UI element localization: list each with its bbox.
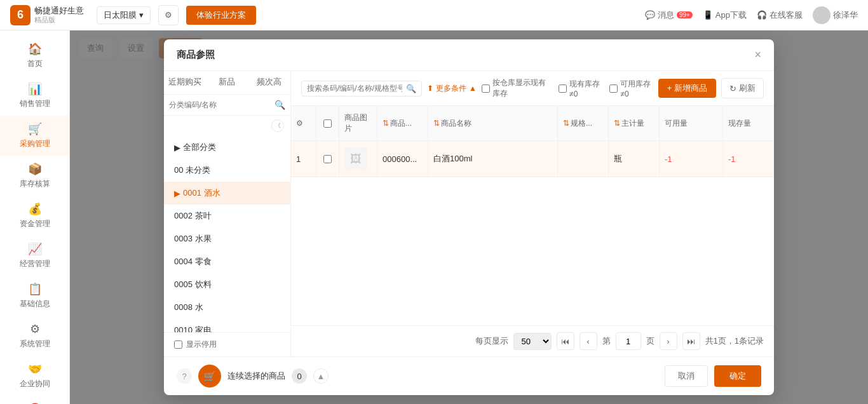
online-service-button[interactable]: 🎧 在线客服 [757, 10, 803, 21]
sidebar-item-system[interactable]: ⚙ 系统管理 [0, 316, 69, 356]
available-checkbox[interactable] [559, 84, 567, 93]
user-profile[interactable]: 徐泽华 [813, 6, 858, 24]
tab-frequent[interactable]: 频次高 [248, 71, 290, 94]
system-icon: ⚙ [30, 322, 40, 336]
category-item-water[interactable]: 0008 水 [164, 296, 290, 319]
category-item-all[interactable]: ▶ 全部分类 [164, 136, 290, 159]
table-row[interactable]: 1 🖼 000600... [291, 141, 774, 177]
th-spec[interactable]: ⇅ 规格... [558, 106, 609, 140]
sidebar-item-sales[interactable]: 📊 销售管理 [0, 76, 69, 116]
app-icon: 📱 [703, 10, 713, 20]
finance-icon: 💰 [28, 202, 42, 216]
footer-collapse-button[interactable]: ▲ [313, 368, 329, 384]
th-code[interactable]: ⇅ 商品... [377, 106, 428, 140]
per-page-select[interactable]: 50 10 20 100 [513, 333, 552, 350]
sort-icon-spec: ⇅ [563, 119, 569, 128]
nav-selector[interactable]: 日太阳膜 ▾ [97, 6, 151, 24]
sidebar-item-finance[interactable]: 💰 资金管理 [0, 196, 69, 236]
message-button[interactable]: 💬 消息 99+ [645, 10, 693, 21]
td-checkbox[interactable] [316, 141, 339, 177]
tab-recent-purchase[interactable]: 近期购买 [164, 71, 206, 94]
sidebar-item-enterprise[interactable]: 🤝 企业协同 [0, 356, 69, 396]
checkbox-group: 按仓库显示现有库存 现有库存≠0 可用库存≠0 [482, 77, 653, 99]
th-unit[interactable]: ⇅ 主计量 [609, 106, 660, 140]
cart-icon: 🛒 [203, 370, 216, 382]
category-item-uncategorized[interactable]: 00 未分类 [164, 159, 290, 182]
sidebar-item-inventory[interactable]: 📦 库存核算 [0, 156, 69, 196]
cancel-button[interactable]: 取消 [665, 365, 708, 387]
page-number-input[interactable] [616, 332, 641, 350]
available-checkbox-label[interactable]: 现有库存≠0 [559, 79, 602, 98]
inventory-icon: 📦 [28, 162, 42, 176]
confirm-button[interactable]: 确定 [714, 365, 761, 387]
topbar: 6 畅捷通好生意 精品版 日太阳膜 ▾ ⚙ 体验行业方案 💬 消息 99+ 📱 … [0, 0, 868, 30]
message-icon: 💬 [645, 10, 655, 20]
prev-page-button[interactable]: ‹ [580, 332, 597, 350]
search-input-wrap: 🔍 [301, 81, 422, 97]
td-index: 1 [291, 141, 316, 177]
filter-icon: ⬆ [427, 84, 433, 93]
experience-button[interactable]: 体验行业方案 [186, 6, 256, 25]
category-item-liquor[interactable]: ▶ 0001 酒水 [164, 182, 290, 205]
usable-checkbox-label[interactable]: 可用库存≠0 [609, 79, 653, 98]
search-icon[interactable]: 🔍 [406, 84, 416, 93]
show-disabled-checkbox[interactable] [174, 340, 182, 349]
table-header: ⚙ 商品图片 ⇅ 商品... [291, 106, 774, 141]
operation-icon: 📈 [28, 242, 42, 256]
avatar [813, 6, 831, 24]
sidebar-item-basic[interactable]: 📋 基础信息 [0, 276, 69, 316]
search-bar: 🔍 ⬆ 更多条件 ▲ 按仓库显示现有库存 [291, 71, 774, 106]
next-page-button[interactable]: › [660, 332, 677, 350]
main-content: 查询 设置 C 刷新 商品参照 × 近期购买 [70, 30, 868, 404]
message-badge: 99+ [677, 11, 693, 18]
category-item-tea[interactable]: 0002 茶叶 [164, 205, 290, 227]
sidebar: 🏠 首页 📊 销售管理 🛒 采购管理 📦 库存核算 💰 资金管理 📈 经营管理 … [0, 30, 70, 404]
footer-left: ? 🛒 连续选择的商品 0 ▲ [177, 365, 329, 387]
sort-icon-name: ⇅ [433, 119, 440, 128]
sidebar-item-guide[interactable]: 🎯 新手引导 [0, 396, 69, 404]
logo-text: 畅捷通好生意 精品版 [34, 6, 84, 24]
filter-button[interactable]: ⬆ 更多条件 ▲ [427, 83, 477, 94]
warehouse-checkbox[interactable] [482, 84, 490, 93]
sidebar-item-home[interactable]: 🏠 首页 [0, 36, 69, 76]
sort-icon-unit: ⇅ [614, 119, 620, 128]
td-code: 000600... [377, 141, 428, 177]
cart-button[interactable]: 🛒 [198, 365, 221, 387]
warehouse-checkbox-label[interactable]: 按仓库显示现有库存 [482, 77, 551, 99]
sidebar-item-operation[interactable]: 📈 经营管理 [0, 236, 69, 276]
sidebar-item-purchase[interactable]: 🛒 采购管理 [0, 116, 69, 156]
modal-close-button[interactable]: × [754, 48, 761, 62]
logo-icon: 6 [10, 5, 31, 25]
product-image: 🖼 [344, 147, 367, 170]
gear-button[interactable]: ⚙ [158, 5, 179, 25]
usable-checkbox[interactable] [609, 84, 618, 93]
refresh-button[interactable]: ↻ 刷新 [721, 78, 764, 98]
show-disabled-label: 显示停用 [186, 339, 217, 350]
logo-area: 6 畅捷通好生意 精品版 [10, 5, 84, 25]
category-item-fruit[interactable]: 0003 水果 [164, 227, 290, 250]
category-tabs: 近期购买 新品 频次高 [164, 71, 290, 95]
th-settings[interactable]: ⚙ [291, 106, 316, 140]
add-product-button[interactable]: + 新增商品 [658, 79, 716, 98]
modal-body: 近期购买 新品 频次高 🔍 [164, 71, 774, 356]
first-page-button[interactable]: ⏮ [557, 332, 574, 350]
help-button[interactable]: ? [177, 368, 192, 384]
product-search-input[interactable] [307, 84, 402, 93]
modal-overlay: 商品参照 × 近期购买 新品 [70, 30, 868, 404]
category-item-appliance[interactable]: 0010 家电 [164, 319, 290, 332]
th-name[interactable]: ⇅ 商品名称 [428, 106, 558, 140]
category-search-icon[interactable]: 🔍 [275, 100, 285, 110]
app-download-button[interactable]: 📱 App下载 [703, 10, 747, 21]
tab-new-product[interactable]: 新品 [206, 71, 248, 94]
last-page-button[interactable]: ⏭ [682, 332, 700, 350]
category-item-drink[interactable]: 0005 饮料 [164, 273, 290, 296]
topbar-right: 💬 消息 99+ 📱 App下载 🎧 在线客服 徐泽华 [645, 6, 858, 24]
select-all-checkbox[interactable] [323, 119, 332, 128]
category-collapse-button[interactable]: 《 [271, 119, 284, 132]
category-item-snack[interactable]: 0004 零食 [164, 250, 290, 273]
layout: 🏠 首页 📊 销售管理 🛒 采购管理 📦 库存核算 💰 资金管理 📈 经营管理 … [0, 30, 868, 404]
category-search-input[interactable] [169, 100, 272, 109]
th-checkbox[interactable] [316, 106, 339, 140]
row-checkbox[interactable] [323, 155, 332, 163]
collapse-icon: ▲ [317, 372, 325, 381]
